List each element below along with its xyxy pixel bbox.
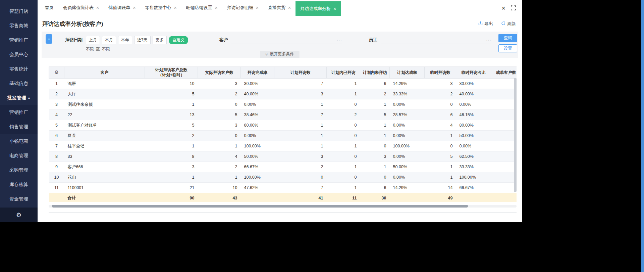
cell: 测试往来余额 bbox=[64, 99, 145, 110]
tab-close-icon[interactable]: × bbox=[215, 5, 218, 10]
column-header-2[interactable]: 计划拜访客户总数 （计划+临时） bbox=[145, 67, 198, 79]
settings-button[interactable]: 设置 bbox=[498, 44, 517, 52]
employee-input[interactable] bbox=[381, 37, 486, 43]
cell bbox=[491, 183, 517, 193]
date-to-value[interactable]: 不限 bbox=[102, 46, 110, 52]
tab-4[interactable]: 旺铺店铺设置× bbox=[181, 0, 222, 16]
export-button[interactable]: 导出 bbox=[478, 21, 493, 27]
cell: 1 bbox=[198, 141, 241, 151]
fullscreen-icon[interactable] bbox=[511, 5, 516, 10]
column-header-11[interactable]: 成单客户数 bbox=[491, 67, 517, 79]
tab-7[interactable]: 拜访达成率分析× bbox=[296, 1, 341, 16]
date-custom-button[interactable]: 自定义 bbox=[169, 36, 188, 44]
expand-more-button[interactable]: » 展开更多条件 bbox=[260, 51, 300, 58]
cell: 0 bbox=[327, 131, 360, 141]
column-header-8[interactable]: 计划达成率 bbox=[390, 67, 425, 79]
date-quick-button-4[interactable]: 更多 bbox=[153, 36, 167, 44]
employee-picker-ellipsis-icon[interactable]: ··· bbox=[486, 37, 491, 42]
vertical-scrollbar[interactable] bbox=[514, 78, 517, 192]
sidebar-item-3[interactable]: 会员中心 bbox=[0, 47, 38, 62]
cell: 1 bbox=[327, 89, 360, 99]
close-icon[interactable]: × bbox=[501, 5, 505, 11]
cell: 0 bbox=[274, 172, 327, 183]
tab-5[interactable]: 拜访记录明细× bbox=[222, 0, 263, 16]
tab-close-icon[interactable]: × bbox=[288, 5, 291, 10]
table-row-10[interactable]: 10花山11100.00%0000.00%1100.00% bbox=[49, 172, 517, 183]
sidebar-item-8[interactable]: 销售管理 bbox=[0, 120, 38, 134]
collapse-filters-button[interactable]: » bbox=[46, 34, 52, 44]
sidebar-item-7[interactable]: 营销推广 bbox=[0, 105, 38, 120]
refresh-button[interactable]: 刷新 bbox=[501, 21, 516, 27]
open-tabs: 首页会员储值统计表×储值调账单×零售数据中心×旺铺店铺设置×拜访记录明细×直播卖… bbox=[38, 0, 341, 16]
sidebar-item-9[interactable]: 小畅电商 bbox=[0, 134, 38, 148]
sidebar-item-label: 电商管理 bbox=[9, 153, 28, 159]
tab-3[interactable]: 零售数据中心× bbox=[140, 0, 181, 16]
column-header-9[interactable]: 临时拜访数 bbox=[425, 67, 456, 79]
cell: 14 bbox=[425, 183, 456, 193]
export-icon bbox=[478, 21, 483, 27]
date-quick-button-1[interactable]: 本月 bbox=[102, 36, 116, 44]
horizontal-scrollbar-thumb[interactable] bbox=[52, 205, 468, 208]
column-header-4[interactable]: 拜访完成率 bbox=[241, 67, 274, 79]
sidebar-item-1[interactable]: 零售商城 bbox=[0, 18, 38, 33]
table-row-2[interactable]: 2大厅5240.00%31233.33%240.00% bbox=[49, 89, 517, 99]
table-row-7[interactable]: 7桂平全记11100.00%110100.00%00.00% bbox=[49, 141, 517, 151]
column-settings-gear-icon[interactable]: ⚙ bbox=[54, 70, 59, 75]
table-row-9[interactable]: 9客户6663266.67%21150.00%133.33% bbox=[49, 162, 517, 172]
query-button[interactable]: 查询 bbox=[498, 34, 517, 42]
table-row-5[interactable]: 5测试客户对账单5360.00%1010.00%480.00% bbox=[49, 120, 517, 131]
sidebar-item-11[interactable]: 采购管理 bbox=[0, 163, 38, 177]
sidebar-item-13[interactable]: 资金管理 bbox=[0, 192, 38, 206]
cell: 4 bbox=[198, 151, 241, 162]
sidebar-item-5[interactable]: 基础信息 bbox=[0, 76, 38, 91]
sidebar-item-12[interactable]: 库存核算 bbox=[0, 177, 38, 192]
settings-gear-icon[interactable]: ⚙ bbox=[16, 211, 21, 219]
table-row-8[interactable]: 8338450.00%3030.00%562.50% bbox=[49, 151, 517, 162]
column-header-5[interactable]: 计划拜访数 bbox=[274, 67, 327, 79]
cell: 7 bbox=[274, 79, 327, 89]
sidebar-item-0[interactable]: 智慧门店 bbox=[0, 4, 38, 18]
table-row-6[interactable]: 6夏萱200.00%1010.00%150.00% bbox=[49, 131, 517, 141]
cell: 1 bbox=[360, 162, 390, 172]
tab-close-icon[interactable]: × bbox=[133, 5, 136, 10]
sidebar-item-label: 营销推广 bbox=[9, 109, 28, 116]
cell: 46.15% bbox=[456, 110, 491, 120]
cell: 90 bbox=[145, 193, 198, 202]
column-header-1[interactable]: 客户 bbox=[64, 67, 145, 79]
date-from-value[interactable]: 不限 bbox=[86, 46, 94, 52]
cell: 41 bbox=[274, 193, 327, 202]
sidebar-item-4[interactable]: 零售统计 bbox=[0, 62, 38, 76]
customer-input[interactable] bbox=[231, 37, 337, 43]
column-header-6[interactable]: 计划内已拜访 bbox=[327, 67, 360, 79]
tab-close-icon[interactable]: × bbox=[96, 5, 99, 10]
column-header-0[interactable]: ⚙ bbox=[49, 67, 64, 79]
cell: 0 bbox=[425, 99, 456, 110]
date-quick-button-3[interactable]: 近7天 bbox=[134, 36, 151, 44]
cell: 33.33% bbox=[456, 162, 491, 172]
visit-rate-table: ⚙客户计划拜访客户总数 （计划+临时）实际拜访客户数拜访完成率计划拜访数计划内已… bbox=[49, 66, 517, 202]
cell: 3 bbox=[198, 120, 241, 131]
tab-6[interactable]: 直播卖货× bbox=[263, 0, 296, 16]
table-row-3[interactable]: 3测试往来余额100.00%1010.00%00.00% bbox=[49, 99, 517, 110]
column-header-7[interactable]: 计划内未拜访 bbox=[360, 67, 390, 79]
date-quick-button-0[interactable]: 上月 bbox=[86, 36, 100, 44]
table-total-row[interactable]: 合计904341113049 bbox=[49, 193, 517, 202]
table-row-4[interactable]: 42213538.46%72528.57%646.15% bbox=[49, 110, 517, 120]
tab-0[interactable]: 首页 bbox=[40, 0, 58, 16]
table-row-11[interactable]: 111100001211047.62%71614.29%1466.67% bbox=[49, 183, 517, 193]
tab-1[interactable]: 会员储值统计表× bbox=[58, 0, 104, 16]
column-header-3[interactable]: 实际拜访客户数 bbox=[198, 67, 241, 79]
customer-picker-ellipsis-icon[interactable]: ··· bbox=[337, 37, 342, 42]
tab-close-icon[interactable]: × bbox=[174, 5, 176, 10]
cell: 4 bbox=[425, 120, 456, 131]
sidebar-item-6[interactable]: 批发管理▲ bbox=[0, 91, 38, 105]
tab-2[interactable]: 储值调账单× bbox=[104, 0, 140, 16]
table-row-1[interactable]: 1鸿雁10330.00%71614.29%330.00% bbox=[49, 79, 517, 89]
tab-close-icon[interactable]: × bbox=[333, 6, 336, 11]
cell: 2 bbox=[327, 110, 360, 120]
sidebar-item-2[interactable]: 营销推广 bbox=[0, 33, 38, 47]
date-quick-button-2[interactable]: 本年 bbox=[118, 36, 132, 44]
column-header-10[interactable]: 临时拜访占比 bbox=[456, 67, 491, 79]
sidebar-item-10[interactable]: 电商管理 bbox=[0, 148, 38, 163]
tab-close-icon[interactable]: × bbox=[256, 5, 259, 10]
